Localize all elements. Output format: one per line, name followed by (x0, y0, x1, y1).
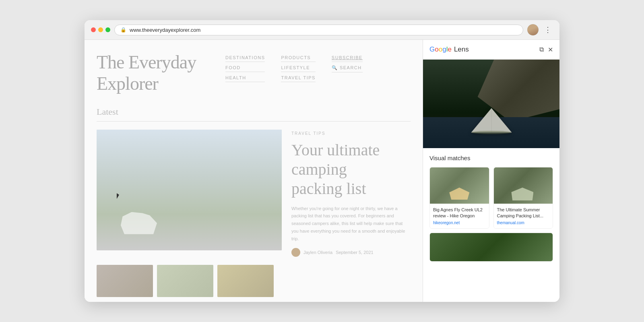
nav-item-subscribe[interactable]: SUBSCRIBE (332, 55, 363, 62)
site-title: The Everyday Explorer (97, 52, 201, 95)
user-avatar[interactable] (527, 24, 539, 35)
match-image-2 (494, 167, 553, 204)
thumbnail-3[interactable] (217, 265, 274, 297)
site-header: The Everyday Explorer DESTINATIONS FOOD … (97, 52, 411, 95)
url-display: www.theeverydayexplorer.com (130, 27, 200, 33)
lens-image-background (423, 60, 559, 148)
article-main-image (97, 130, 282, 250)
nav-col-1: DESTINATIONS FOOD HEALTH (225, 55, 265, 82)
thumbnail-2[interactable] (157, 265, 213, 297)
thumbnails-row (97, 265, 411, 297)
browser-toolbar: 🔒 www.theeverydayexplorer.com ⋮ (85, 20, 559, 40)
match-source-2: themanual.com (497, 221, 550, 225)
match-title-1: Big Agnes Fly Creek UL2 review - Hike Or… (433, 207, 486, 219)
lens-title: Google Lens (429, 45, 469, 54)
match-card-2[interactable]: The Ultimate Summer Camping Packing List… (493, 167, 553, 229)
lock-icon: 🔒 (120, 27, 126, 33)
author-avatar (291, 248, 300, 257)
tent-icon (467, 106, 516, 134)
close-icon[interactable]: ✕ (548, 46, 553, 54)
nav-item-destinations[interactable]: DESTINATIONS (225, 55, 265, 62)
minimize-button[interactable] (98, 27, 103, 32)
address-bar[interactable]: 🔒 www.theeverydayexplorer.com (114, 25, 523, 35)
nav-item-food[interactable]: FOOD (225, 65, 265, 72)
lens-label: Lens (454, 45, 469, 54)
article-excerpt: Whether you're going for one night or th… (291, 205, 411, 242)
google-lens-panel: Google Lens ⧉ ✕ (423, 40, 559, 302)
external-link-icon[interactable]: ⧉ (539, 46, 544, 53)
match-source-1: hikeoregon.net (433, 221, 486, 225)
google-logo: Google (429, 45, 452, 54)
lens-actions: ⧉ ✕ (539, 46, 553, 54)
nav-item-lifestyle[interactable]: LIFESTYLE (281, 65, 315, 72)
traffic-lights (91, 27, 110, 32)
avatar-image (527, 24, 539, 35)
article-category: TRAVEL TIPS (291, 131, 411, 136)
website-content: The Everyday Explorer DESTINATIONS FOOD … (85, 40, 423, 302)
visual-matches-title: Visual matches (429, 155, 553, 161)
browser-window: 🔒 www.theeverydayexplorer.com ⋮ The Ever… (85, 20, 559, 302)
article-text: TRAVEL TIPS Your ultimate camping packin… (291, 130, 411, 257)
nav-item-search[interactable]: 🔍 SEARCH (332, 65, 363, 72)
match-card-1[interactable]: Big Agnes Fly Creek UL2 review - Hike Or… (429, 167, 489, 229)
article-headline: Your ultimate camping packing list (291, 140, 411, 198)
match-image-3 (430, 233, 553, 261)
section-title: Latest (97, 107, 411, 122)
lens-image-preview (423, 60, 559, 148)
article-date: September 5, 2021 (336, 250, 374, 255)
author-name: Jaylen Oliveria (303, 250, 332, 255)
browser-content: The Everyday Explorer DESTINATIONS FOOD … (85, 40, 559, 302)
lens-header: Google Lens ⧉ ✕ (423, 40, 559, 60)
maximize-button[interactable] (105, 27, 110, 32)
svg-point-2 (471, 131, 512, 134)
nav-item-products[interactable]: PRODUCTS (281, 55, 315, 62)
article-meta: Jaylen Oliveria September 5, 2021 (291, 248, 411, 257)
site-nav: DESTINATIONS FOOD HEALTH PRODUCTS LIFEST… (225, 52, 363, 82)
browser-actions: ⋮ (527, 24, 553, 35)
match-card-3[interactable] (429, 233, 553, 262)
thumbnail-1[interactable] (97, 265, 153, 297)
nav-col-2: PRODUCTS LIFESTYLE TRAVEL TIPS (281, 55, 315, 82)
match-info-2: The Ultimate Summer Camping Packing List… (494, 204, 553, 228)
mountain-background (97, 130, 282, 250)
featured-article: TRAVEL TIPS Your ultimate camping packin… (97, 130, 411, 257)
visual-matches-grid: Big Agnes Fly Creek UL2 review - Hike Or… (429, 167, 553, 262)
close-button[interactable] (91, 27, 96, 32)
nav-item-health[interactable]: HEALTH (225, 75, 265, 82)
lens-body: Visual matches Big Agnes Fly Creek UL2 r… (423, 148, 559, 302)
nav-col-3: SUBSCRIBE 🔍 SEARCH (332, 55, 363, 82)
match-image-1 (430, 167, 489, 204)
tent-shape (467, 106, 516, 136)
match-info-1: Big Agnes Fly Creek UL2 review - Hike Or… (430, 204, 489, 228)
nav-item-travel-tips[interactable]: TRAVEL TIPS (281, 75, 315, 82)
latest-section: Latest TRAVEL TIPS Your ultimate camping… (97, 107, 411, 297)
menu-dots-icon[interactable]: ⋮ (543, 25, 553, 35)
match-title-2: The Ultimate Summer Camping Packing List… (497, 207, 550, 219)
